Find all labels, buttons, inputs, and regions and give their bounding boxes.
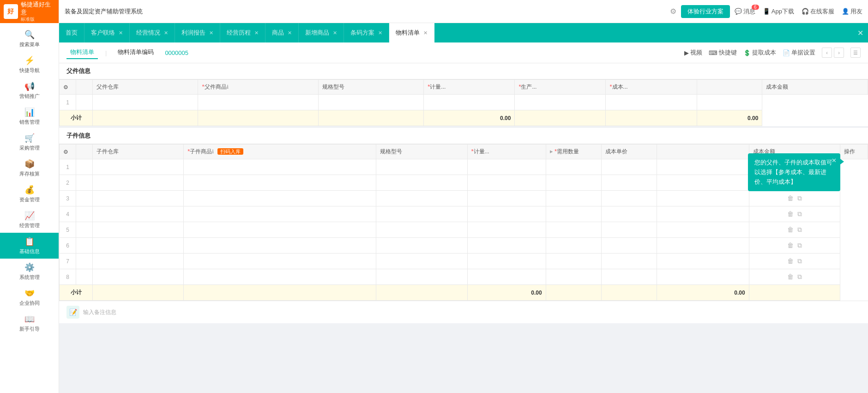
child-row-2-product[interactable]: [93, 175, 184, 191]
nav-tab-close-customer[interactable]: ✕: [119, 30, 123, 36]
child-row-3-empty[interactable]: [601, 191, 657, 206]
child-row-7-qty[interactable]: [467, 254, 546, 269]
video-tool[interactable]: ▶ 视频: [684, 48, 702, 57]
copy-icon-row-4[interactable]: ⧉: [797, 210, 802, 218]
delete-icon-row-3[interactable]: 🗑: [787, 194, 794, 202]
nav-tab-close-product[interactable]: ✕: [288, 30, 292, 36]
nav-tab-close-new_product[interactable]: ✕: [333, 30, 337, 36]
child-row-7-product[interactable]: [93, 254, 184, 269]
nav-close-all-btn[interactable]: ✕: [853, 29, 868, 37]
child-row-1-unit[interactable]: [376, 159, 467, 175]
child-row-3-product[interactable]: [93, 191, 184, 206]
parent-row-1-col7[interactable]: [606, 95, 697, 110]
trial-button[interactable]: 体验行业方案: [681, 5, 730, 18]
delete-icon-row-4[interactable]: 🗑: [787, 210, 794, 218]
nav-tab-new_product[interactable]: 新增商品✕: [299, 23, 344, 42]
child-row-3-warehouse[interactable]: [76, 191, 93, 206]
parent-th-settings[interactable]: ⚙: [60, 80, 76, 95]
copy-icon-row-8[interactable]: ⧉: [797, 273, 802, 280]
child-row-1-empty[interactable]: [601, 159, 657, 175]
copy-icon-row-5[interactable]: ⧉: [797, 226, 802, 233]
nav-tab-close-profit[interactable]: ✕: [209, 30, 213, 36]
settings-icon[interactable]: ⚙: [670, 7, 676, 16]
sidebar-item-sales[interactable]: 📊 销售管理: [0, 103, 59, 129]
child-row-6-amount[interactable]: [657, 238, 749, 254]
parent-row-1-col3[interactable]: [198, 95, 318, 110]
child-row-5-unit-cost[interactable]: [546, 222, 601, 238]
sidebar-item-guide[interactable]: 📖 新手引导: [0, 310, 59, 336]
sidebar-item-inventory[interactable]: 📦 库存核算: [0, 155, 59, 181]
cost-tool[interactable]: 💲 提取成本: [743, 48, 776, 57]
child-row-8-unit[interactable]: [376, 269, 467, 285]
child-row-7-amount[interactable]: [657, 254, 749, 269]
sidebar-item-business[interactable]: 📈 经营管理: [0, 207, 59, 233]
child-row-6-empty[interactable]: [601, 238, 657, 254]
child-row-8-warehouse[interactable]: [76, 269, 93, 285]
child-row-3-unit-cost[interactable]: [546, 191, 601, 206]
parent-row-1-col4[interactable]: [318, 95, 423, 110]
child-row-5-warehouse[interactable]: [76, 222, 93, 238]
sidebar-item-basic[interactable]: 📋 基础信息: [0, 233, 59, 259]
parent-row-1-col5[interactable]: [424, 95, 515, 110]
nav-tab-barcode[interactable]: 条码方案✕: [344, 23, 389, 42]
parent-row-1-col6[interactable]: [515, 95, 606, 110]
child-row-4-warehouse[interactable]: [76, 206, 93, 222]
copy-icon-row-6[interactable]: ⧉: [797, 242, 802, 249]
delete-icon-row-6[interactable]: 🗑: [787, 242, 794, 249]
child-row-8-empty[interactable]: [601, 269, 657, 285]
child-row-4-unit[interactable]: [376, 206, 467, 222]
nav-tab-close-operations[interactable]: ✕: [164, 30, 168, 36]
child-row-8-product[interactable]: [93, 269, 184, 285]
child-row-4-qty[interactable]: [467, 206, 546, 222]
child-row-3-unit[interactable]: [376, 191, 467, 206]
sidebar-item-enterprise[interactable]: 🤝 企业协同: [0, 284, 59, 310]
child-row-5-empty[interactable]: [601, 222, 657, 238]
sidebar-item-purchase[interactable]: 🛒 采购管理: [0, 129, 59, 155]
child-row-6-spec[interactable]: [184, 238, 376, 254]
nav-tab-bom[interactable]: 物料清单✕: [389, 23, 434, 42]
app-download-button[interactable]: 📱 App下载: [763, 7, 794, 16]
child-row-6-warehouse[interactable]: [76, 238, 93, 254]
scan-badge[interactable]: 扫码入库: [217, 148, 243, 155]
grid-view-button[interactable]: ☰: [850, 48, 861, 58]
prev-arrow[interactable]: ‹: [822, 48, 832, 58]
child-row-2-qty[interactable]: [467, 175, 546, 191]
child-row-4-product[interactable]: [93, 206, 184, 222]
nav-tab-close-bom[interactable]: ✕: [423, 30, 428, 36]
nav-tab-profit[interactable]: 利润报告✕: [175, 23, 220, 42]
child-row-4-spec[interactable]: [184, 206, 376, 222]
child-row-2-unit-cost[interactable]: [546, 175, 601, 191]
child-row-2-warehouse[interactable]: [76, 175, 93, 191]
copy-icon-row-7[interactable]: ⧉: [797, 257, 802, 265]
tab-bom-list[interactable]: 物料清单: [66, 46, 98, 59]
child-row-2-amount[interactable]: [657, 175, 749, 191]
child-row-3-qty[interactable]: [467, 191, 546, 206]
child-row-8-unit-cost[interactable]: [546, 269, 601, 285]
child-row-6-unit[interactable]: [376, 238, 467, 254]
child-row-7-unit[interactable]: [376, 254, 467, 269]
next-arrow[interactable]: ›: [834, 48, 844, 58]
child-row-8-amount[interactable]: [657, 269, 749, 285]
nav-tab-customer[interactable]: 客户联络✕: [84, 23, 130, 42]
parent-row-1-col8[interactable]: [697, 95, 762, 110]
note-icon-btn[interactable]: 📝: [66, 306, 79, 319]
child-row-5-product[interactable]: [93, 222, 184, 238]
child-row-3-amount[interactable]: [657, 191, 749, 206]
delete-icon-row-5[interactable]: 🗑: [787, 226, 794, 233]
nav-tab-product[interactable]: 商品✕: [265, 23, 299, 42]
child-row-1-product[interactable]: [93, 159, 184, 175]
child-row-4-empty[interactable]: [601, 206, 657, 222]
child-row-4-amount[interactable]: [657, 206, 749, 222]
child-row-7-warehouse[interactable]: [76, 254, 93, 269]
sidebar-item-marketing[interactable]: 📢 营销推广: [0, 78, 59, 103]
child-row-1-warehouse[interactable]: [76, 159, 93, 175]
nav-tab-operations[interactable]: 经营情况✕: [130, 23, 175, 42]
child-row-2-unit[interactable]: [376, 175, 467, 191]
child-row-5-qty[interactable]: [467, 222, 546, 238]
child-row-6-product[interactable]: [93, 238, 184, 254]
child-row-5-spec[interactable]: [184, 222, 376, 238]
child-row-1-unit-cost[interactable]: [546, 159, 601, 175]
child-row-3-spec[interactable]: [184, 191, 376, 206]
copy-icon-row-3[interactable]: ⧉: [797, 194, 802, 202]
sidebar-item-system[interactable]: ⚙️ 系统管理: [0, 259, 59, 284]
